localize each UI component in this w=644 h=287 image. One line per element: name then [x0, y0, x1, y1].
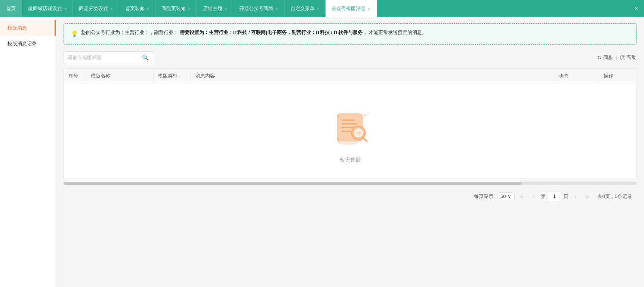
- close-icon[interactable]: ×: [275, 6, 278, 11]
- sidebar-item-template-msg-log[interactable]: 模版消息记录: [0, 36, 56, 52]
- close-icon[interactable]: ×: [368, 6, 370, 11]
- last-page-button[interactable]: ⊳: [583, 192, 592, 201]
- page-size-select[interactable]: 50 ∨: [497, 192, 514, 200]
- top-nav: 首页 微商城店铺设置 × 商品分类设置 × 首页装修 × 商品页装修 × 店铺主…: [0, 0, 644, 17]
- close-all-button[interactable]: ×: [629, 5, 644, 12]
- nav-tab-template-msg[interactable]: 公众号模版消息 ×: [326, 0, 376, 17]
- svg-line-12: [365, 113, 368, 115]
- empty-text: 暂无数据: [340, 157, 361, 164]
- sidebar-item-template-msg[interactable]: 模版消息: [0, 20, 56, 36]
- page-number-input[interactable]: [548, 192, 561, 201]
- toolbar-right: ↻ 同步 | ? 帮助: [597, 54, 637, 61]
- page-size-label: 每页显示: [474, 193, 493, 200]
- page-prefix: 第: [541, 193, 546, 200]
- search-icon[interactable]: 🔍: [142, 54, 149, 61]
- close-icon[interactable]: ×: [110, 6, 113, 11]
- first-page-button[interactable]: ⊲: [517, 192, 527, 201]
- help-button[interactable]: ? 帮助: [620, 54, 637, 61]
- col-header-name: 模版名称: [86, 68, 154, 83]
- close-icon[interactable]: ×: [317, 6, 319, 11]
- search-input[interactable]: [68, 55, 141, 60]
- col-header-content: 消息内容: [191, 68, 554, 83]
- sync-icon: ↻: [597, 55, 602, 61]
- nav-tab-home[interactable]: 首页: [0, 0, 22, 17]
- next-page-button[interactable]: ›: [571, 192, 580, 201]
- empty-state: 暂无数据: [64, 83, 636, 178]
- nav-tab-product-category[interactable]: 商品分类设置 ×: [73, 0, 119, 17]
- page-suffix: 页: [564, 193, 568, 200]
- sync-button[interactable]: ↻ 同步: [597, 54, 613, 61]
- nav-tab-custom-menu[interactable]: 自定义菜单 ×: [284, 0, 326, 17]
- main-layout: 模版消息 模版消息记录 💡 您的公众号行业为：主营行业：，副营行业： 需要设置为…: [0, 17, 644, 287]
- empty-illustration: [328, 106, 373, 151]
- nav-tab-home-decor[interactable]: 首页装修 ×: [119, 0, 155, 17]
- svg-point-6: [354, 128, 363, 137]
- prev-page-button[interactable]: ‹: [529, 192, 539, 201]
- nav-tab-product-decor[interactable]: 商品页装修 ×: [155, 0, 197, 17]
- col-header-type: 模版类型: [154, 68, 191, 83]
- help-icon: ?: [620, 55, 625, 60]
- lightbulb-icon: 💡: [71, 29, 78, 39]
- col-header-action: 操作: [599, 68, 637, 83]
- pagination: 每页显示 50 ∨ ⊲ ‹ 第 页 › ⊳ 共0页，0条记录: [64, 188, 637, 205]
- close-icon[interactable]: ×: [225, 6, 227, 11]
- sidebar: 模版消息 模版消息记录: [0, 17, 56, 287]
- empty-state-row: 暂无数据: [64, 83, 637, 178]
- search-bar: 🔍 ↻ 同步 | ? 帮助: [64, 51, 637, 64]
- data-table: 序号 模版名称 模版类型 消息内容 状态 操作: [64, 68, 637, 179]
- horizontal-scrollbar[interactable]: [64, 182, 637, 185]
- svg-line-7: [363, 137, 367, 141]
- col-header-seq: 序号: [64, 68, 86, 83]
- notice-text: 您的公众号行业为：主营行业：，副营行业： 需要设置为：主营行业：IT科技 / 互…: [81, 29, 427, 37]
- close-icon[interactable]: ×: [188, 6, 190, 11]
- close-icon[interactable]: ×: [64, 6, 67, 11]
- toolbar-divider: |: [616, 55, 617, 60]
- chevron-down-icon: ∨: [508, 193, 511, 199]
- nav-tab-wsc-store[interactable]: 微商城店铺设置 ×: [22, 0, 73, 17]
- table-body: 暂无数据: [64, 83, 637, 178]
- nav-tab-store-theme[interactable]: 店铺主题 ×: [197, 0, 233, 17]
- table-header: 序号 模版名称 模版类型 消息内容 状态 操作: [64, 68, 637, 83]
- search-input-wrap[interactable]: 🔍: [64, 51, 153, 64]
- notice-box: 💡 您的公众号行业为：主营行业：，副营行业： 需要设置为：主营行业：IT科技 /…: [64, 23, 637, 45]
- nav-tab-open-mall[interactable]: 开通公众号商城 ×: [233, 0, 284, 17]
- close-icon[interactable]: ×: [147, 6, 149, 11]
- total-text: 共0页，0条记录: [598, 193, 632, 200]
- content-area: 💡 您的公众号行业为：主营行业：，副营行业： 需要设置为：主营行业：IT科技 /…: [56, 17, 644, 287]
- col-header-status: 状态: [554, 68, 599, 83]
